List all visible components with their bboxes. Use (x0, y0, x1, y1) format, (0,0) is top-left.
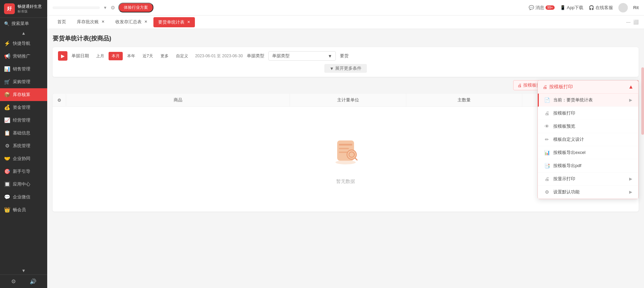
date-btn-7days[interactable]: 近7天 (140, 52, 156, 60)
trial-button[interactable]: 体验行业方案 (118, 3, 153, 12)
empty-text: 暂无数据 (336, 179, 355, 185)
sidebar-item-basic[interactable]: 📋 基础信息 (0, 127, 47, 139)
tab-batch-accounts-close[interactable]: ✕ (101, 20, 105, 24)
app-name: 畅捷通好生意 (18, 4, 42, 9)
date-btn-this-month[interactable]: 本月 (109, 52, 123, 60)
th-settings[interactable]: ⚙ (53, 94, 66, 106)
date-btn-this-year[interactable]: 本年 (124, 52, 138, 60)
sidebar-item-purchase[interactable]: 🛒 采购管理 (0, 75, 47, 88)
tab-batch-accounts[interactable]: 库存批次账 ✕ (72, 16, 109, 28)
dropdown-item-template-custom[interactable]: ✏ 模板自定义设计 (538, 133, 638, 146)
tab-minimize-icon[interactable]: — (626, 20, 631, 25)
popup-title-text: 按模板打印 (549, 84, 573, 90)
toolbar: 🖨 按模板打印 ▲ ↑ 导出 ↺ 刷新 ⋯ 查询 设置 (53, 80, 639, 90)
tab-batch-accounts-label: 库存批次账 (77, 19, 99, 25)
dropdown-item-set-default[interactable]: ⚙ 设置默认功能 ▶ (538, 186, 638, 199)
sidebar-item-collab-label: 企业协同 (13, 156, 30, 162)
dropdown-item-export-pdf-label: 按模板导出pdf (553, 163, 581, 169)
sidebar-item-marketing[interactable]: 📢 营销推广 (0, 50, 47, 63)
online-service-item[interactable]: 🎧 在线客服 (589, 5, 613, 11)
dropdown-item-export-pdf[interactable]: 📑 按模板导出pdf (538, 159, 638, 172)
template-preview-item-icon: 👁 (544, 124, 550, 129)
date-btn-more[interactable]: 更多 (157, 52, 172, 60)
dropdown-item-template-preview[interactable]: 👁 按模板预览 (538, 120, 638, 133)
sidebar-item-system[interactable]: ⚙ 系统管理 (0, 139, 47, 152)
sidebar-item-sales[interactable]: 📊 销售管理 (0, 63, 47, 75)
sidebar-item-inventory[interactable]: 📦 库存核算 (0, 88, 47, 101)
dropdown-item-current[interactable]: 📄 当前：要货单统计表 ▶ (538, 94, 638, 107)
speaker-icon[interactable]: 🔊 (30, 278, 36, 285)
logo-icon: 好 (4, 3, 15, 14)
sales-icon: 📊 (4, 66, 10, 72)
date-btn-last-month[interactable]: 上月 (93, 52, 107, 60)
tab-order-stats-close[interactable]: ✕ (187, 20, 190, 24)
svg-rect-3 (339, 148, 349, 149)
tab-home-label: 首页 (57, 19, 66, 25)
basic-icon: 📋 (4, 130, 10, 136)
template-print-dropdown: 🖨 按模板打印 ▲ 📄 当前：要货单统计表 ▶ 🖨 按模板打印 👁 按模板预 (537, 80, 639, 199)
tab-home[interactable]: 首页 (53, 16, 71, 28)
tab-maximize-icon[interactable]: ⬜ (633, 20, 639, 25)
dropdown-item-template-print[interactable]: 🖨 按模板打印 (538, 107, 638, 120)
sidebar-scroll-down[interactable]: ▼ (0, 267, 47, 275)
tab-order-stats[interactable]: 要货单统计表 ✕ (153, 17, 195, 27)
set-default-item-arrow: ▶ (629, 190, 632, 194)
dropdown-item-display-print[interactable]: 🖨 按显示打印 ▶ (538, 172, 638, 186)
type-filter-select[interactable]: 单据类型 ▼ (268, 51, 336, 61)
sidebar-item-system-label: 系统管理 (13, 143, 30, 149)
tab-receivable-summary-label: 收发存汇总表 (115, 19, 142, 25)
sidebar: 好 畅捷通好生意 标准版 🔍 搜索菜单 ▲ ⚡ 快捷导航 📢 营销推广 📊 销售… (0, 0, 47, 288)
sidebar-item-finance[interactable]: 💰 资金管理 (0, 101, 47, 114)
page-title: 要货单统计表(按商品) (53, 34, 639, 42)
svg-rect-2 (339, 144, 352, 146)
svg-line-7 (355, 158, 357, 160)
sidebar-search[interactable]: 🔍 搜索菜单 (0, 18, 47, 29)
th-quantity: 主数量 (406, 94, 523, 106)
sidebar-item-purchase-label: 采购管理 (13, 79, 30, 85)
export-pdf-item-icon: 📑 (544, 163, 550, 168)
expand-icon: ▼ (330, 66, 334, 71)
dropdown-item-set-default-label: 设置默认功能 (553, 189, 580, 195)
message-badge: 99+ (546, 5, 555, 10)
popup-close-btn[interactable]: ▲ (628, 84, 634, 90)
popup-header: 🖨 按模板打印 ▲ (538, 81, 638, 94)
sidebar-item-quick-nav[interactable]: ⚡ 快捷导航 (0, 37, 47, 50)
sidebar-item-collab[interactable]: 🤝 企业协同 (0, 152, 47, 165)
topbar-search-box[interactable] (53, 6, 100, 9)
collab-icon: 🤝 (4, 156, 10, 162)
app-download-label: App下载 (567, 5, 583, 11)
message-icon: 💬 (529, 5, 534, 10)
online-service-label: 在线客服 (595, 5, 613, 11)
user-avatar[interactable] (618, 3, 628, 12)
sidebar-search-label: 搜索菜单 (11, 21, 29, 27)
dropdown-item-export-excel[interactable]: 📊 按模板导出excel (538, 146, 638, 159)
sidebar-item-member[interactable]: 👑 畅会员 (0, 203, 47, 216)
sidebar-scroll-up[interactable]: ▲ (0, 29, 47, 37)
topbar-gear-icon[interactable]: ⚙ (111, 5, 115, 11)
printer-icon: 🖨 (518, 83, 522, 88)
tab-receivable-summary-close[interactable]: ✕ (144, 20, 147, 24)
tab-receivable-summary[interactable]: 收发存汇总表 ✕ (111, 16, 152, 28)
th-unit: 主计量单位 (290, 94, 406, 106)
sidebar-item-corp-wechat[interactable]: 💬 企业微信 (0, 191, 47, 203)
purchase-icon: 🛒 (4, 79, 10, 85)
sidebar-item-member-label: 畅会员 (13, 207, 26, 213)
expand-more-btn[interactable]: ▼ 展开更多条件 (324, 64, 367, 73)
username-label: Rit (633, 5, 639, 10)
date-btn-custom[interactable]: 自定义 (173, 52, 191, 60)
sidebar-item-basic-label: 基础信息 (13, 130, 30, 136)
sidebar-item-operation[interactable]: 📈 经营管理 (0, 114, 47, 127)
message-item[interactable]: 💬 消息 99+ (529, 5, 555, 11)
topbar-dropdown-arrow[interactable]: ▼ (103, 5, 107, 10)
filter-collapse-btn[interactable]: ▶ (58, 51, 67, 61)
right-scrollbar[interactable] (641, 67, 644, 135)
th-product: 商品 (66, 94, 290, 106)
svg-point-0 (335, 160, 356, 164)
app-download-item[interactable]: 📱 App下载 (560, 5, 583, 11)
dropdown-item-template-print-label: 按模板打印 (553, 110, 575, 116)
sidebar-item-app-center[interactable]: 🔲 应用中心 (0, 178, 47, 191)
set-default-item-icon: ⚙ (544, 189, 550, 195)
settings-bottom-icon[interactable]: ⚙ (11, 278, 16, 285)
sidebar-item-guide[interactable]: 🎯 新手引导 (0, 165, 47, 178)
sidebar-item-sales-label: 销售管理 (13, 66, 30, 72)
